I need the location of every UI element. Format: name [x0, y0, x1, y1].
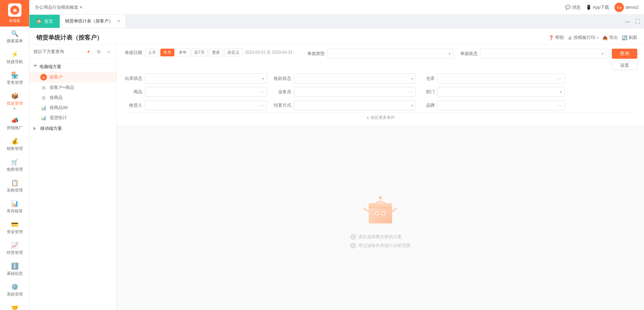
- sidebar-item-search-menu[interactable]: 🔍 搜索菜单: [0, 27, 29, 47]
- download-icon: 📱: [586, 5, 591, 10]
- salesperson-label: 业务员: [272, 89, 291, 95]
- sidebar-item-wholesale[interactable]: 📦 批发管理 ▲: [0, 89, 29, 113]
- sidebar-item-retail[interactable]: 🏪 零售管理: [0, 68, 29, 89]
- tab-sales-stats[interactable]: 销货单统计表（按客户） ✕: [60, 15, 126, 28]
- message-button[interactable]: 💬 消息: [565, 4, 581, 10]
- by-customer-icon: ●: [40, 74, 47, 81]
- sidebar-item-basic[interactable]: ℹ️ 基础信息: [0, 259, 29, 280]
- scheme-group-desktop: 电脑端方案 ● 按客户 ⊞ 按客户+商品 ⊞ 按商: [30, 62, 116, 123]
- scheme-collapse-icon[interactable]: «: [105, 48, 112, 55]
- warehouse-input[interactable]: ···: [437, 73, 565, 84]
- sidebar-item-label: 采购管理: [7, 188, 23, 193]
- sidebar-item-sales[interactable]: 💰 销售管理: [0, 134, 29, 155]
- collapse-bar[interactable]: ∧ 收起更多条件: [123, 112, 637, 122]
- product-input[interactable]: ···: [145, 87, 267, 97]
- tab-bar: 🏠 首页 销货单统计表（按客户） ✕ — ⛶: [30, 15, 644, 28]
- sidebar-item-ecommerce[interactable]: 🛒 电商管理: [0, 155, 29, 176]
- query-button[interactable]: 查询: [612, 49, 637, 59]
- settlement-select[interactable]: ▾: [294, 100, 416, 110]
- date-btn-last-month[interactable]: 上月: [145, 49, 159, 56]
- receiver-label: 收货人: [123, 102, 142, 108]
- out-status-select[interactable]: ▾: [145, 73, 267, 84]
- sidebar-item-purchase[interactable]: 📋 采购管理: [0, 176, 29, 197]
- wholesale-icon: 📦: [11, 92, 18, 100]
- scheme-group-label: 电脑端方案: [40, 64, 61, 70]
- empty-state: 1 请先选择要分析的方案 2 用过滤条件来缩小分析范围: [117, 127, 644, 310]
- export-label: 导出: [609, 35, 618, 41]
- empty-tips: 1 请先选择要分析的方案 2 用过滤条件来缩小分析范围: [350, 234, 411, 249]
- date-btn-last-7days[interactable]: 近7天: [191, 49, 208, 56]
- print-icon: 🖨: [568, 35, 572, 40]
- date-btn-more[interactable]: 更多: [209, 49, 223, 56]
- sidebar-item-label: 系统管理: [7, 292, 23, 297]
- scheme-item-by-customer[interactable]: ● 按客户: [30, 72, 116, 83]
- logo-area[interactable]: 畅 标准版: [0, 0, 29, 27]
- scheme-group-mobile-header[interactable]: 移动端方案: [30, 123, 116, 134]
- tab-home[interactable]: 🏠 首页: [30, 15, 60, 28]
- help-button[interactable]: ❓ 帮助: [548, 35, 564, 41]
- scheme-item-label: 按商品99: [50, 105, 67, 111]
- tab-close-icon[interactable]: ✕: [117, 19, 120, 23]
- desktop-expand-icon: [34, 65, 37, 69]
- sidebar-item-label: 库存核算: [7, 208, 23, 214]
- user-menu[interactable]: Ea demo2: [614, 3, 639, 12]
- scheme-item-by-customer-product[interactable]: ⊞ 按客户+商品: [30, 83, 116, 93]
- date-buttons: 上月 本月 本年 近7天 更多 自定义 2023-03-01 至 2023-03…: [145, 49, 292, 56]
- export-button[interactable]: 📤 导出: [602, 35, 618, 41]
- scheme-item-return-stats[interactable]: 📊 退货统计: [30, 113, 116, 123]
- out-status-chevron: ▾: [262, 77, 264, 81]
- message-label: 消息: [572, 4, 581, 10]
- print-button[interactable]: 🖨 按模板打印 ▾: [568, 35, 598, 41]
- tab-expand-button[interactable]: ⛶: [634, 17, 641, 25]
- wholesale-expand-icon: ▲: [13, 106, 16, 110]
- receiver-input[interactable]: ···: [145, 100, 267, 110]
- sidebar-item-marketing[interactable]: 📣 营销推广: [0, 113, 29, 134]
- payment-status-select[interactable]: ▾: [294, 73, 416, 84]
- sidebar-item-system[interactable]: ⚙️ 系统管理: [0, 280, 29, 301]
- basic-icon: ℹ️: [11, 262, 18, 270]
- sidebar-item-label: 基础信息: [7, 271, 23, 276]
- date-btn-custom[interactable]: 自定义: [224, 49, 243, 56]
- sidebar-item-operations[interactable]: 📈 经营管理: [0, 238, 29, 259]
- settings-button[interactable]: 设置: [612, 61, 637, 70]
- scheme-item-label: 按商品: [50, 95, 63, 101]
- system-icon: ⚙️: [11, 283, 18, 291]
- scheme-panel-title: 按以下方案查询: [34, 49, 64, 55]
- app-download-button[interactable]: 📱 App下载: [586, 4, 609, 10]
- sidebar-item-enterprise[interactable]: 🤝 企业协同: [0, 301, 29, 310]
- refresh-button[interactable]: 🔄 刷新: [622, 35, 637, 41]
- scheme-group-desktop-header[interactable]: 电脑端方案: [30, 62, 116, 72]
- avatar: Ea: [614, 3, 624, 12]
- sidebar-item-inventory[interactable]: 📊 库存核算: [0, 197, 29, 217]
- doc-type-select[interactable]: ▾: [327, 49, 453, 59]
- svg-point-12: [366, 218, 368, 219]
- sidebar-item-label: 零售管理: [7, 80, 23, 86]
- product-group: 商品 ···: [123, 87, 267, 97]
- brand-label: 品牌: [421, 102, 435, 108]
- scheme-item-by-product-99[interactable]: 📊 按商品99: [30, 103, 116, 113]
- collapse-label: 收起更多条件: [371, 115, 395, 120]
- print-dropdown-icon[interactable]: ▾: [597, 36, 598, 40]
- warehouse-dots-icon: ···: [557, 76, 562, 81]
- sidebar-item-quick-nav[interactable]: ⚡ 快捷导航: [0, 47, 29, 68]
- purchase-icon: 📋: [11, 179, 18, 187]
- scheme-settings-icon[interactable]: ⚙: [95, 48, 102, 55]
- sidebar-item-finance[interactable]: 💳 资金管理: [0, 217, 29, 238]
- message-icon: 💬: [565, 5, 571, 10]
- app-title-dropdown[interactable]: 办公用品行业模拟账套 ▾: [35, 4, 82, 10]
- salesperson-input[interactable]: ···: [294, 87, 416, 97]
- date-btn-this-month[interactable]: 本月: [160, 49, 174, 56]
- svg-rect-2: [369, 207, 392, 223]
- dropdown-arrow-icon: ▾: [80, 5, 82, 10]
- date-btn-this-year[interactable]: 本年: [176, 49, 190, 56]
- print-label: 按模板打印: [574, 35, 595, 41]
- settlement-group: 结算方式 ▾: [272, 100, 416, 110]
- doc-status-select[interactable]: ▾: [480, 49, 606, 59]
- dept-select[interactable]: ▾: [437, 87, 565, 97]
- scheme-item-by-product[interactable]: ⊞ 按商品: [30, 93, 116, 103]
- tab-minimize-button[interactable]: —: [624, 17, 631, 25]
- settlement-chevron: ▾: [411, 104, 413, 107]
- brand-input[interactable]: ···: [437, 100, 565, 110]
- sidebar-item-label: 销售管理: [7, 146, 23, 152]
- scheme-add-button[interactable]: +: [85, 48, 92, 55]
